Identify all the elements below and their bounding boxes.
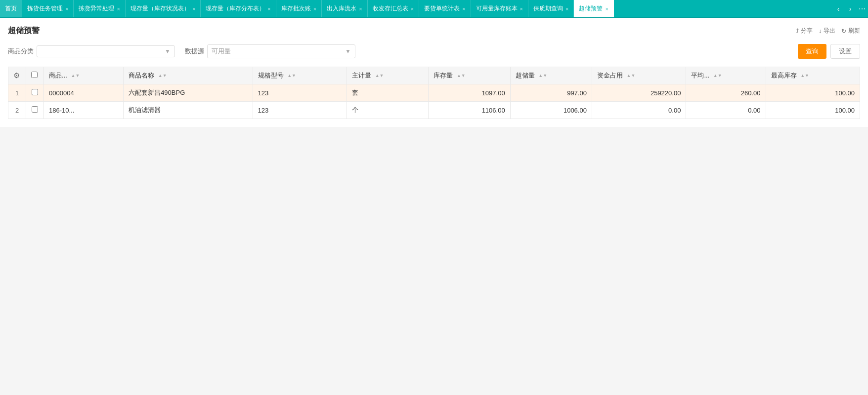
- row-checkbox-cell: [26, 84, 44, 102]
- row-over-stock: 1006.00: [510, 102, 592, 119]
- datasource-select[interactable]: 可用量 ▼: [207, 44, 355, 58]
- row-stock: 1106.00: [429, 102, 510, 119]
- share-icon: ⤴: [796, 28, 799, 35]
- nav-batch-account[interactable]: 库存批次账 ×: [276, 0, 322, 17]
- nav-expiry[interactable]: 保质期查询 ×: [528, 0, 574, 17]
- sort-product-code-icon[interactable]: ▲▼: [71, 74, 80, 78]
- th-over-stock: 超储量 ▲▼: [510, 67, 592, 84]
- row-avg: 260.00: [686, 84, 766, 102]
- select-all-checkbox[interactable]: [31, 72, 38, 78]
- row-unit: 套: [347, 84, 429, 102]
- table-row[interactable]: 2 186-10... 机油滤清器 123 个 1106.00 1006.00 …: [8, 102, 860, 119]
- datasource-label: 数据源: [185, 47, 204, 56]
- row-num: 2: [8, 102, 26, 119]
- th-avg: 平均... ▲▼: [686, 67, 766, 84]
- nav-close-order-stat[interactable]: ×: [462, 6, 465, 12]
- category-filter-group: 商品分类 ▼: [8, 45, 175, 57]
- category-dropdown-icon: ▼: [165, 48, 171, 55]
- row-unit: 个: [347, 102, 429, 119]
- page-header: 超储预警 ⤴ 分享 ↓ 导出 ↻ 刷新: [8, 26, 860, 36]
- row-avg: 0.00: [686, 102, 766, 119]
- nav-inout-flow[interactable]: 出入库流水 ×: [322, 0, 367, 17]
- nav-prev-arrow[interactable]: ‹: [832, 0, 844, 18]
- row-checkbox[interactable]: [32, 106, 38, 113]
- sort-over-stock-icon[interactable]: ▲▼: [538, 74, 547, 78]
- sort-avg-icon[interactable]: ▲▼: [713, 74, 722, 78]
- page-title: 超储预警: [8, 26, 40, 36]
- refresh-button[interactable]: ↻ 刷新: [841, 27, 860, 35]
- sort-unit-icon[interactable]: ▲▼: [375, 74, 384, 78]
- nav-next-arrow[interactable]: ›: [844, 0, 856, 18]
- row-max-stock: 100.00: [766, 84, 860, 102]
- nav-expand-arrow[interactable]: ⋯: [856, 0, 868, 18]
- row-spec: 123: [253, 102, 347, 119]
- sort-product-name-icon[interactable]: ▲▼: [158, 74, 167, 78]
- page-content: 超储预警 ⤴ 分享 ↓ 导出 ↻ 刷新 商品分类 ▼ 数据源: [0, 18, 868, 127]
- nav-overstock[interactable]: 超储预警 ×: [574, 0, 613, 17]
- nav-available-stock[interactable]: 可用量库存账本 ×: [471, 0, 528, 17]
- th-capital: 资金占用 ▲▼: [592, 67, 686, 84]
- top-navigation: 首页 拣货任务管理 × 拣货异常处理 × 现存量（库存状况表） × 现存量（库存…: [0, 0, 868, 18]
- nav-close-inout-flow[interactable]: ×: [359, 6, 362, 12]
- row-capital: 259220.00: [592, 84, 686, 102]
- table-row[interactable]: 1 0000004 六配套新昌490BPG 123 套 1097.00 997.…: [8, 84, 860, 102]
- nav-close-expiry[interactable]: ×: [565, 6, 568, 12]
- nav-close-pick-exception[interactable]: ×: [117, 6, 120, 12]
- data-table: ⚙ 商品... ▲▼ 商品名称 ▲▼ 规格型号 ▲▼ 主计: [8, 67, 860, 119]
- nav-close-available-stock[interactable]: ×: [520, 6, 523, 12]
- nav-scroll-arrows: ‹ › ⋯: [832, 0, 868, 18]
- th-settings: ⚙: [8, 67, 26, 84]
- export-icon: ↓: [819, 28, 822, 35]
- nav-close-stock-dist[interactable]: ×: [267, 6, 270, 12]
- filter-actions: 查询 设置: [798, 44, 860, 59]
- refresh-icon: ↻: [841, 28, 846, 35]
- nav-close-pick-task[interactable]: ×: [65, 6, 68, 12]
- row-num: 1: [8, 84, 26, 102]
- sort-max-stock-icon[interactable]: ▲▼: [800, 74, 809, 78]
- th-unit: 主计量 ▲▼: [347, 67, 429, 84]
- share-button[interactable]: ⤴ 分享: [796, 27, 813, 35]
- row-product-name: 机油滤清器: [124, 102, 253, 119]
- row-checkbox-cell: [26, 102, 44, 119]
- nav-pick-task[interactable]: 拣货任务管理 ×: [22, 0, 74, 17]
- th-spec: 规格型号 ▲▼: [253, 67, 347, 84]
- th-stock: 库存量 ▲▼: [429, 67, 510, 84]
- row-max-stock: 100.00: [766, 102, 860, 119]
- row-product-name: 六配套新昌490BPG: [124, 84, 253, 102]
- nav-order-stat[interactable]: 要货单统计表 ×: [419, 0, 471, 17]
- nav-home[interactable]: 首页: [0, 0, 22, 17]
- table-header-row: ⚙ 商品... ▲▼ 商品名称 ▲▼ 规格型号 ▲▼ 主计: [8, 67, 860, 84]
- datasource-filter-group: 数据源 可用量 ▼: [185, 44, 355, 58]
- nav-close-summary[interactable]: ×: [411, 6, 414, 12]
- datasource-select-value: 可用量: [212, 47, 231, 56]
- sort-stock-icon[interactable]: ▲▼: [457, 74, 466, 78]
- th-product-code: 商品... ▲▼: [44, 67, 124, 84]
- category-select[interactable]: ▼: [37, 45, 175, 57]
- nav-stock-status[interactable]: 现存量（库存状况表） ×: [126, 0, 201, 17]
- sort-spec-icon[interactable]: ▲▼: [287, 74, 296, 78]
- datasource-dropdown-icon: ▼: [345, 48, 351, 55]
- settings-button[interactable]: 设置: [830, 44, 860, 59]
- row-product-code: 186-10...: [44, 102, 124, 119]
- nav-pick-exception[interactable]: 拣货异常处理 ×: [74, 0, 125, 17]
- header-actions: ⤴ 分享 ↓ 导出 ↻ 刷新: [796, 27, 860, 35]
- filter-row: 商品分类 ▼ 数据源 可用量 ▼ 查询 设置: [8, 44, 860, 59]
- th-product-name: 商品名称 ▲▼: [124, 67, 253, 84]
- column-settings-icon[interactable]: ⚙: [13, 71, 20, 79]
- nav-close-overstock[interactable]: ×: [605, 6, 608, 12]
- nav-summary[interactable]: 收发存汇总表 ×: [368, 0, 419, 17]
- nav-stock-dist[interactable]: 现存量（库存分布表） ×: [201, 0, 276, 17]
- query-button[interactable]: 查询: [798, 44, 826, 59]
- th-checkbox: [26, 67, 44, 84]
- th-max-stock: 最高库存 ▲▼: [766, 67, 860, 84]
- row-stock: 1097.00: [429, 84, 510, 102]
- sort-capital-icon[interactable]: ▲▼: [627, 74, 636, 78]
- row-product-code: 0000004: [44, 84, 124, 102]
- export-button[interactable]: ↓ 导出: [819, 27, 835, 35]
- row-checkbox[interactable]: [32, 89, 38, 95]
- table-body: 1 0000004 六配套新昌490BPG 123 套 1097.00 997.…: [8, 84, 860, 119]
- nav-close-stock-status[interactable]: ×: [192, 6, 195, 12]
- row-over-stock: 997.00: [510, 84, 592, 102]
- category-label: 商品分类: [8, 47, 34, 56]
- nav-close-batch-account[interactable]: ×: [313, 6, 316, 12]
